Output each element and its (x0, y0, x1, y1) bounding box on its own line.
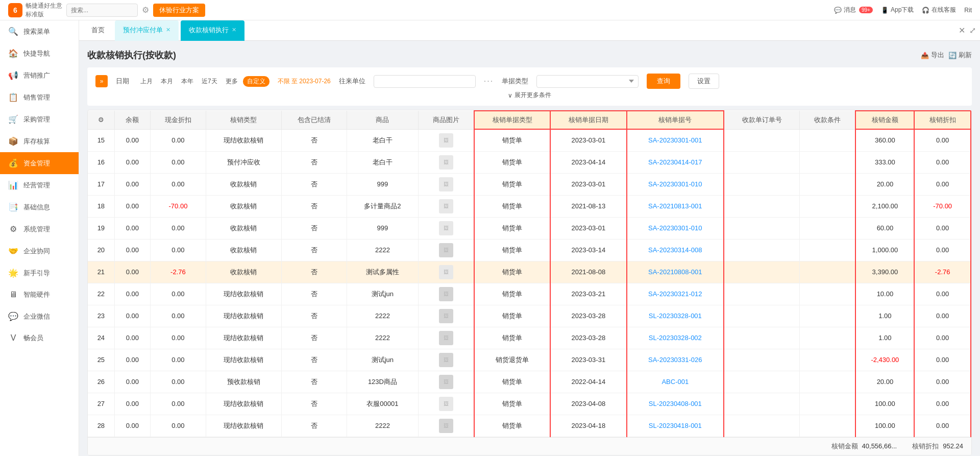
sidebar-item-enterprise[interactable]: 🤝 企业协同 (0, 240, 79, 262)
cell-receipt-order-no (724, 261, 800, 283)
cell-bill-report-no[interactable]: SA-20230301-001 (627, 129, 724, 151)
tab-close-all-btn[interactable]: ✕ (959, 26, 965, 35)
message-badge: 99+ (859, 7, 873, 13)
bill-report-link[interactable]: SL-20230418-001 (649, 422, 702, 429)
search-input[interactable] (66, 4, 138, 17)
date-btn-this-year[interactable]: 本年 (178, 76, 197, 87)
sidebar-item-inventory[interactable]: 📦 库存核算 (0, 130, 79, 152)
sidebar-item-guide[interactable]: 🌟 新手引导 (0, 262, 79, 284)
date-btn-custom[interactable]: 自定义 (243, 76, 270, 87)
bill-report-link[interactable]: SA-20210813-001 (648, 202, 702, 210)
sidebar-item-system[interactable]: ⚙ 系统管理 (0, 218, 79, 240)
table-row[interactable]: 21 0.00 -2.76 收款核销 否 测试多属性 🖼 销货单 2021-08… (88, 261, 971, 283)
bill-report-link[interactable]: SA-20230301-001 (648, 136, 702, 144)
sidebar-item-marketing[interactable]: 📢 营销推广 (0, 64, 79, 86)
date-btn-7days[interactable]: 近7天 (199, 76, 220, 87)
cell-bill-report-no[interactable]: SA-20230321-012 (627, 283, 724, 305)
cell-bill-report-no[interactable]: SA-20230301-010 (627, 217, 724, 239)
sidebar-item-hardware[interactable]: 🖥 智能硬件 (0, 284, 79, 305)
table-row[interactable]: 24 0.00 0.00 现结收款核销 否 2222 🖼 销货单 2023-03… (88, 327, 971, 349)
goods-image: 🖼 (439, 265, 453, 279)
sidebar-item-finance[interactable]: 💰 资金管理 (0, 152, 79, 174)
date-btn-more[interactable]: 更多 (223, 76, 241, 87)
tab-home[interactable]: 首页 (83, 20, 113, 41)
cell-receipt-condition (800, 239, 856, 261)
bill-report-link[interactable]: SA-20230301-010 (648, 224, 702, 232)
industry-btn[interactable]: 休验行业方案 (153, 4, 205, 17)
sidebar-item-search[interactable]: 🔍 搜索菜单 (0, 20, 79, 42)
cell-verify-discount: -2.76 (914, 261, 971, 283)
footer-verify-amount: 核销金额 40,556,66... (831, 442, 897, 451)
date-btn-this-month[interactable]: 本月 (158, 76, 176, 87)
bill-report-link[interactable]: SA-20230321-012 (648, 290, 702, 298)
query-btn[interactable]: 查询 (647, 74, 680, 89)
sidebar-item-basic[interactable]: 📑 基础信息 (0, 196, 79, 218)
table-row[interactable]: 26 0.00 0.00 预收款核销 否 123D商品 🖼 销货单 2022-0… (88, 371, 971, 393)
bill-report-link[interactable]: SL-20230328-001 (649, 312, 702, 320)
table-row[interactable]: 16 0.00 0.00 预付冲应收 否 老白干 🖼 销货单 2023-04-1… (88, 151, 971, 173)
date-label: 日期 (116, 77, 129, 86)
bill-report-link[interactable]: SA-20230331-026 (648, 356, 702, 364)
date-btn-last-month[interactable]: 上月 (137, 76, 156, 87)
tab-prepay-close[interactable]: ✕ (166, 27, 170, 33)
table-row[interactable]: 20 0.00 0.00 收款核销 否 2222 🖼 销货单 2023-03-1… (88, 239, 971, 261)
cell-verify-discount: 0.00 (914, 349, 971, 371)
table-row[interactable]: 19 0.00 0.00 收款核销 否 999 🖼 销货单 2023-03-01… (88, 217, 971, 239)
app-download-btn[interactable]: 📱 App下载 (881, 6, 914, 14)
cell-bill-report-no[interactable]: SL-20230418-001 (627, 415, 724, 437)
sidebar-item-purchase[interactable]: 🛒 采购管理 (0, 108, 79, 130)
cell-bill-report-no[interactable]: SA-20230331-026 (627, 349, 724, 371)
sidebar-item-operation[interactable]: 📊 经营管理 (0, 174, 79, 196)
expand-more-btn[interactable]: ∨ 展开更多条件 (95, 91, 964, 100)
service-icon: 🎧 (922, 7, 929, 14)
cell-bill-report-no[interactable]: SA-20230301-010 (627, 173, 724, 195)
service-btn[interactable]: 🎧 在线客服 (922, 6, 956, 14)
user-profile[interactable]: Rit (964, 7, 972, 14)
bill-report-link[interactable]: SA-20230414-017 (648, 158, 702, 166)
export-btn[interactable]: 📤 导出 (921, 51, 944, 60)
cell-bill-report-no[interactable]: SA-20230414-017 (627, 151, 724, 173)
refresh-btn[interactable]: 🔄 刷新 (948, 51, 972, 60)
setting-btn[interactable]: 设置 (689, 74, 719, 89)
sidebar-item-wechat[interactable]: 💬 企业微信 (0, 305, 79, 327)
cell-bill-report-no[interactable]: SL-20230328-001 (627, 305, 724, 327)
cell-bill-report-no[interactable]: SL-20230408-001 (627, 393, 724, 415)
table-row[interactable]: 18 0.00 -70.00 收款核销 否 多计量商品2 🖼 销货单 2021-… (88, 195, 971, 217)
tab-prepay[interactable]: 预付冲应付单 ✕ (115, 20, 179, 41)
sidebar-item-quick-nav[interactable]: 🏠 快捷导航 (0, 42, 79, 64)
cell-bill-report-no[interactable]: SA-20210813-001 (627, 195, 724, 217)
message-btn[interactable]: 💬 消息 99+ (834, 6, 873, 14)
table-row[interactable]: 15 0.00 0.00 现结收款核销 否 老白干 🖼 销货单 2023-03-… (88, 129, 971, 151)
th-gear[interactable]: ⚙ (88, 111, 114, 129)
counterparty-input[interactable] (374, 75, 476, 88)
cell-receipt-order-no (724, 129, 800, 151)
cell-bill-report-no[interactable]: SA-20210808-001 (627, 261, 724, 283)
table-row[interactable]: 25 0.00 0.00 现结收款核销 否 测试jun 🖼 销货退货单 2023… (88, 349, 971, 371)
table-row[interactable]: 17 0.00 0.00 收款核销 否 999 🖼 销货单 2023-03-01… (88, 173, 971, 195)
sidebar-item-label: 营销推广 (23, 71, 50, 80)
th-verify-type: 核销类型 (206, 111, 281, 129)
bill-report-link[interactable]: SA-20210808-001 (648, 268, 702, 276)
table-row[interactable]: 28 0.00 0.00 现结收款核销 否 2222 🖼 销货单 2023-04… (88, 415, 971, 437)
table-row[interactable]: 27 0.00 0.00 现结收款核销 否 衣服00001 🖼 销货单 2023… (88, 393, 971, 415)
bill-report-link[interactable]: ABC-001 (662, 378, 689, 386)
filter-expand-btn[interactable]: » (95, 75, 108, 87)
bill-type-select[interactable] (536, 75, 639, 88)
bill-report-link[interactable]: SL-20230408-001 (649, 400, 702, 407)
tabs-right: ✕ ⤢ (959, 26, 976, 35)
sidebar-item-member[interactable]: V 畅会员 (0, 327, 79, 349)
table-row[interactable]: 23 0.00 0.00 现结收款核销 否 2222 🖼 销货单 2023-03… (88, 305, 971, 327)
cell-bill-report-no[interactable]: ABC-001 (627, 371, 724, 393)
counterparty-dots[interactable]: ··· (484, 77, 494, 86)
gear-icon[interactable]: ⚙ (142, 5, 149, 15)
bill-report-link[interactable]: SA-20230314-008 (648, 246, 702, 254)
table-row[interactable]: 22 0.00 0.00 现结收款核销 否 测试jun 🖼 销货单 2023-0… (88, 283, 971, 305)
cell-bill-report-no[interactable]: SA-20230314-008 (627, 239, 724, 261)
bill-report-link[interactable]: SL-20230328-002 (649, 334, 702, 342)
tab-receipt-verify-close[interactable]: ✕ (232, 27, 236, 33)
tab-maximize-btn[interactable]: ⤢ (969, 26, 976, 35)
tab-receipt-verify[interactable]: 收款核销执行 ✕ (181, 20, 244, 41)
cell-bill-report-no[interactable]: SL-20230328-002 (627, 327, 724, 349)
sidebar-item-sales[interactable]: 📋 销售管理 (0, 86, 79, 108)
bill-report-link[interactable]: SA-20230301-010 (648, 180, 702, 188)
